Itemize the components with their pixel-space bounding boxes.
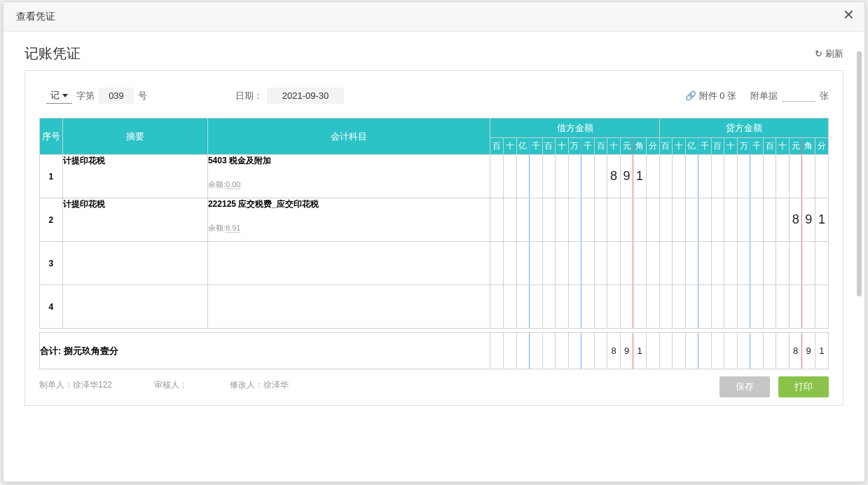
digit-cell[interactable]: 8 bbox=[789, 333, 802, 369]
digit-cell[interactable] bbox=[581, 155, 595, 198]
digit-cell[interactable] bbox=[516, 155, 530, 198]
account-cell[interactable] bbox=[207, 285, 490, 329]
digit-cell[interactable] bbox=[685, 198, 698, 242]
digit-cell[interactable]: 1 bbox=[633, 155, 647, 198]
digit-cell[interactable] bbox=[504, 285, 517, 329]
digit-cell[interactable] bbox=[789, 242, 802, 285]
digit-cell[interactable] bbox=[711, 333, 724, 369]
digit-cell[interactable] bbox=[659, 333, 673, 369]
digit-cell[interactable] bbox=[633, 198, 647, 242]
digit-cell[interactable] bbox=[750, 198, 764, 242]
digit-cell[interactable] bbox=[646, 155, 659, 198]
digit-cell[interactable] bbox=[737, 155, 750, 198]
digit-cell[interactable]: 1 bbox=[633, 333, 647, 369]
digit-cell[interactable] bbox=[724, 333, 738, 369]
digit-cell[interactable] bbox=[620, 242, 633, 285]
digit-cell[interactable] bbox=[556, 333, 569, 369]
digit-cell[interactable] bbox=[504, 242, 517, 285]
digit-cell[interactable] bbox=[542, 333, 556, 369]
digit-cell[interactable]: 9 bbox=[620, 333, 633, 369]
digit-cell[interactable] bbox=[607, 198, 621, 242]
digit-cell[interactable] bbox=[685, 155, 698, 198]
digit-cell[interactable] bbox=[530, 333, 543, 369]
date-input[interactable]: 2021-09-30 bbox=[267, 88, 344, 104]
digit-cell[interactable] bbox=[802, 285, 815, 329]
digit-cell[interactable] bbox=[542, 198, 556, 242]
digit-cell[interactable] bbox=[737, 333, 750, 369]
account-cell[interactable]: 222125 应交税费_应交印花税余额:8.91 bbox=[207, 198, 490, 242]
digit-cell[interactable] bbox=[776, 155, 790, 198]
digit-cell[interactable] bbox=[504, 155, 517, 198]
digit-cell[interactable] bbox=[815, 155, 828, 198]
digit-cell[interactable] bbox=[568, 198, 581, 242]
digit-cell[interactable] bbox=[620, 198, 633, 242]
digit-cell[interactable] bbox=[581, 242, 595, 285]
digit-cell[interactable] bbox=[737, 198, 750, 242]
close-icon[interactable]: ✕ bbox=[843, 8, 855, 22]
digit-cell[interactable] bbox=[737, 285, 750, 329]
digit-cell[interactable] bbox=[594, 242, 607, 285]
digit-cell[interactable] bbox=[698, 285, 712, 329]
digit-cell[interactable]: 8 bbox=[789, 198, 802, 242]
print-button[interactable]: 打印 bbox=[778, 376, 829, 397]
digit-cell[interactable] bbox=[750, 242, 764, 285]
attachment-link[interactable]: 🔗 附件 0 张 bbox=[685, 90, 736, 102]
digit-cell[interactable] bbox=[673, 198, 686, 242]
digit-cell[interactable]: 9 bbox=[620, 155, 633, 198]
digit-cell[interactable] bbox=[581, 333, 595, 369]
digit-cell[interactable] bbox=[568, 285, 581, 329]
digit-cell[interactable] bbox=[724, 285, 738, 329]
digit-cell[interactable] bbox=[633, 285, 647, 329]
digit-cell[interactable] bbox=[581, 285, 595, 329]
digit-cell[interactable]: 9 bbox=[802, 198, 815, 242]
digit-cell[interactable] bbox=[673, 285, 686, 329]
digit-cell[interactable] bbox=[802, 155, 815, 198]
digit-cell[interactable] bbox=[711, 198, 724, 242]
summary-cell[interactable]: 计提印花税 bbox=[62, 155, 207, 198]
digit-cell[interactable] bbox=[737, 242, 750, 285]
digit-cell[interactable] bbox=[763, 242, 776, 285]
digit-cell[interactable] bbox=[763, 333, 776, 369]
digit-cell[interactable] bbox=[776, 198, 790, 242]
digit-cell[interactable] bbox=[711, 155, 724, 198]
digit-cell[interactable] bbox=[594, 155, 607, 198]
digit-cell[interactable] bbox=[620, 285, 633, 329]
digit-cell[interactable] bbox=[581, 198, 595, 242]
digit-cell[interactable] bbox=[556, 285, 569, 329]
digit-cell[interactable] bbox=[776, 242, 790, 285]
digit-cell[interactable]: 1 bbox=[815, 198, 828, 242]
voucher-type-select[interactable]: 记 bbox=[46, 88, 72, 104]
digit-cell[interactable] bbox=[530, 198, 543, 242]
digit-cell[interactable] bbox=[685, 333, 698, 369]
digit-cell[interactable] bbox=[659, 198, 673, 242]
digit-cell[interactable] bbox=[542, 242, 556, 285]
digit-cell[interactable] bbox=[673, 242, 686, 285]
digit-cell[interactable] bbox=[542, 155, 556, 198]
digit-cell[interactable] bbox=[530, 155, 543, 198]
digit-cell[interactable] bbox=[673, 333, 686, 369]
digit-cell[interactable] bbox=[659, 285, 673, 329]
digit-cell[interactable] bbox=[815, 242, 828, 285]
digit-cell[interactable] bbox=[763, 155, 776, 198]
digit-cell[interactable] bbox=[711, 242, 724, 285]
digit-cell[interactable] bbox=[556, 155, 569, 198]
digit-cell[interactable] bbox=[556, 242, 569, 285]
digit-cell[interactable] bbox=[776, 285, 790, 329]
digit-cell[interactable] bbox=[685, 242, 698, 285]
digit-cell[interactable] bbox=[490, 155, 504, 198]
digit-cell[interactable] bbox=[594, 285, 607, 329]
digit-cell[interactable] bbox=[711, 285, 724, 329]
summary-cell[interactable]: 计提印花税 bbox=[62, 198, 207, 242]
digit-cell[interactable] bbox=[594, 198, 607, 242]
digit-cell[interactable] bbox=[504, 333, 517, 369]
digit-cell[interactable] bbox=[789, 155, 802, 198]
digit-cell[interactable] bbox=[568, 333, 581, 369]
digit-cell[interactable] bbox=[516, 198, 530, 242]
digit-cell[interactable] bbox=[698, 198, 712, 242]
account-cell[interactable] bbox=[207, 242, 490, 285]
digit-cell[interactable] bbox=[659, 242, 673, 285]
digit-cell[interactable] bbox=[530, 285, 543, 329]
refresh-button[interactable]: ↻ 刷新 bbox=[815, 48, 843, 60]
digit-cell[interactable] bbox=[815, 285, 828, 329]
digit-cell[interactable] bbox=[607, 285, 621, 329]
